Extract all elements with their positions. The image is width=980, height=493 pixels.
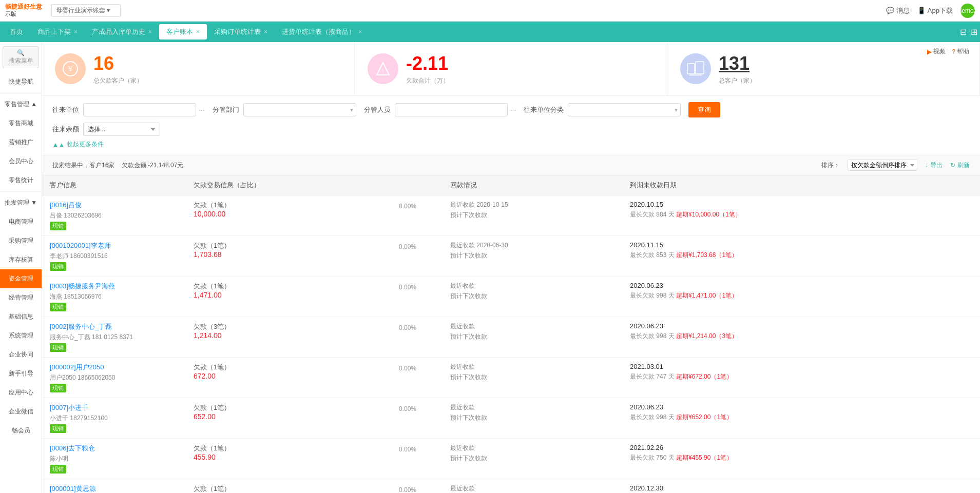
table-row: [000001]黄思源 黄思源 13552700226 现销 欠款（1笔） 42… <box>42 479 980 494</box>
overdue-link[interactable]: 超期¥1,703.68（1笔） <box>676 251 738 259</box>
customer-name-link[interactable]: [0002]服务中心_丁磊 <box>50 322 178 331</box>
last-collect-date: 最近收款 <box>450 322 614 331</box>
edition-text: 示版 <box>5 10 42 18</box>
sidebar-item-members[interactable]: 会员中心 <box>0 152 42 171</box>
dept-dropdown-icon: ▾ <box>350 106 353 113</box>
export-btn[interactable]: ↓ 导出 <box>925 161 943 170</box>
sidebar-item-chang-member[interactable]: 畅会员 <box>0 421 42 440</box>
owe-amount[interactable]: 652.00 <box>194 412 383 421</box>
sidebar-item-retail-mgmt[interactable]: 零售管理 ▲ <box>0 95 42 114</box>
tab-customer-ledger[interactable]: 客户账本 × <box>159 24 207 40</box>
refresh-btn[interactable]: ↻ 刷新 <box>950 161 970 170</box>
sidebar-item-retail-mall[interactable]: 零售商城 <box>0 114 42 133</box>
sidebar-item-inventory[interactable]: 库存核算 <box>0 250 42 269</box>
collapse-filter-btn[interactable]: ▲▲ 收起更多条件 <box>52 140 970 149</box>
filter-unit-input[interactable] <box>83 103 196 116</box>
sidebar-item-system[interactable]: 系统管理 <box>0 326 42 345</box>
message-btn[interactable]: 💬 消息 <box>886 6 910 15</box>
overdue-link[interactable]: 超期¥1,471.00（1笔） <box>676 292 738 299</box>
customer-name-link[interactable]: [000002]用户2050 <box>50 363 178 372</box>
sidebar-divider-2 <box>0 191 42 192</box>
owe-amount[interactable]: 1,471.00 <box>194 291 383 299</box>
customer-contact: 小进千 18279152100 <box>50 414 178 423</box>
sidebar-item-newbie-guide[interactable]: 新手引导 <box>0 364 42 383</box>
sidebar-item-ecommerce[interactable]: 电商管理 <box>0 212 42 231</box>
filter-balance-select[interactable]: 选择... <box>83 123 160 136</box>
overdue-link[interactable]: 超期¥10,000.00（1笔） <box>676 211 741 218</box>
customer-name-link[interactable]: [0003]畅捷服务尹海燕 <box>50 282 178 291</box>
td-owe-info: 欠款（1笔） 652.00 <box>186 398 391 439</box>
stat-owe-customers: ¥ 16 总欠款客户（家） <box>42 42 355 95</box>
search-menu-btn[interactable]: 🔍 搜索菜单 <box>3 46 39 68</box>
filter-dept-input[interactable] <box>243 103 356 116</box>
sidebar-item-business-mgmt[interactable]: 经营管理 <box>0 288 42 307</box>
sidebar-item-purchase[interactable]: 采购管理 <box>0 231 42 250</box>
tab-close-icon[interactable]: × <box>196 28 200 35</box>
tab-close-icon[interactable]: × <box>74 28 78 35</box>
customer-name-link[interactable]: [0007]小进千 <box>50 403 178 412</box>
owe-amount[interactable]: 455.90 <box>194 453 383 461</box>
video-btn[interactable]: ▶ 视频 <box>927 47 946 56</box>
brand-dropdown[interactable]: 母婴行业演示账套 ▾ <box>51 4 121 17</box>
tab-purchase-stats-by-product[interactable]: 进货单统计表（按商品） × <box>275 24 369 40</box>
td-owe-info: 欠款（1笔） 455.90 <box>186 439 391 479</box>
sidebar-item-enterprise-wechat[interactable]: 企业微信 <box>0 402 42 421</box>
overdue-link[interactable]: 超期¥652.00（1笔） <box>676 413 733 421</box>
sidebar-item-quick-nav[interactable]: 快捷导航 <box>0 72 42 91</box>
sidebar-item-basic-info[interactable]: 基础信息 <box>0 307 42 326</box>
customer-name-link[interactable]: [0001020001]李老师 <box>50 241 178 250</box>
sidebar-item-retail-stats[interactable]: 零售统计 <box>0 171 42 190</box>
td-owe-info: 欠款（3笔） 1,214.00 <box>186 317 391 358</box>
app-download-btn[interactable]: 📱 App下载 <box>917 6 953 15</box>
td-return-status: 最近收款 预计下次收款 <box>443 398 622 439</box>
td-owe-ratio: 0.00% <box>391 277 443 317</box>
owe-amount[interactable]: 10,000.00 <box>194 210 383 218</box>
owe-amount[interactable]: 1,703.68 <box>194 250 383 259</box>
minimize-icon[interactable]: ⊟ <box>960 27 967 37</box>
user-avatar-btn[interactable]: demo2 <box>960 4 975 18</box>
next-collect: 预计下次收款 <box>450 332 614 341</box>
data-table: 客户信息 欠款交易信息（占比） 回款情况 到期未收款日期 [0016]吕俊 吕俊… <box>42 175 980 493</box>
overdue-link[interactable]: 超期¥455.90（1笔） <box>676 454 733 461</box>
table-row: [0006]去下粮仓 陈小明 现销 欠款（1笔） 455.90 0.00% 最近… <box>42 439 980 479</box>
maximize-icon[interactable]: ⊞ <box>971 27 977 37</box>
customer-name-link[interactable]: [0006]去下粮仓 <box>50 444 178 453</box>
filter-category-input[interactable] <box>568 103 681 116</box>
tab-close-icon[interactable]: × <box>148 28 152 35</box>
sidebar-item-enterprise-collab[interactable]: 企业协同 <box>0 345 42 364</box>
tab-purchase-order-stats[interactable]: 采购订单统计表 × <box>207 24 275 40</box>
next-collect: 预计下次收款 <box>450 251 614 260</box>
customer-name-link[interactable]: [000001]黄思源 <box>50 484 178 493</box>
overdue-days: 最长欠款 998 天 <box>630 292 676 299</box>
tab-close-icon[interactable]: × <box>264 28 267 35</box>
svg-rect-6 <box>689 74 702 76</box>
owe-count: 欠款（1笔） <box>194 282 383 291</box>
sidebar-item-wholesale-mgmt[interactable]: 批发管理 ▼ <box>0 193 42 212</box>
owe-amount[interactable]: 1,214.00 <box>194 331 383 340</box>
stat-content-owe: 16 总欠款客户（家） <box>93 52 341 85</box>
tab-products-listing[interactable]: 商品上下架 × <box>30 24 85 40</box>
overdue-link[interactable]: 超期¥1,214.00（3笔） <box>676 332 738 340</box>
sidebar-item-app-center[interactable]: 应用中心 <box>0 383 42 402</box>
last-collect-date: 最近收款 <box>450 363 614 371</box>
tab-production-history[interactable]: 产成品入库单历史 × <box>85 24 159 40</box>
overdue-link[interactable]: 超期¥672.00（1笔） <box>676 373 733 380</box>
tab-home[interactable]: 首页 <box>3 24 30 40</box>
td-owe-ratio: 0.00% <box>391 236 443 277</box>
sort-select[interactable]: 按欠款金额倒序排序 <box>848 160 917 171</box>
sidebar-item-finance[interactable]: 资金管理 <box>0 269 42 288</box>
filter-manager-input[interactable] <box>395 103 508 116</box>
owe-amount[interactable]: 672.00 <box>194 372 383 380</box>
stat-label-total-customers: 总客户（家） <box>719 76 967 85</box>
due-date-value: 2021.02.26 <box>630 444 972 451</box>
tab-close-icon[interactable]: × <box>358 28 362 35</box>
customer-name-link[interactable]: [0016]吕俊 <box>50 201 178 210</box>
query-button[interactable]: 查询 <box>688 102 720 117</box>
sidebar: 🔍 搜索菜单 快捷导航 零售管理 ▲ 零售商城 营销推广 会员中心 零售统计 <box>0 42 42 493</box>
table-container: 客户信息 欠款交易信息（占比） 回款情况 到期未收款日期 [0016]吕俊 吕俊… <box>42 175 980 493</box>
filter-dept: 分管部门 ▾ <box>213 103 356 116</box>
sidebar-item-marketing[interactable]: 营销推广 <box>0 133 42 152</box>
customer-tag: 现销 <box>50 303 66 311</box>
help-btn[interactable]: ? 帮助 <box>952 47 969 56</box>
td-owe-info: 欠款（1笔） 10,000.00 <box>186 195 391 236</box>
